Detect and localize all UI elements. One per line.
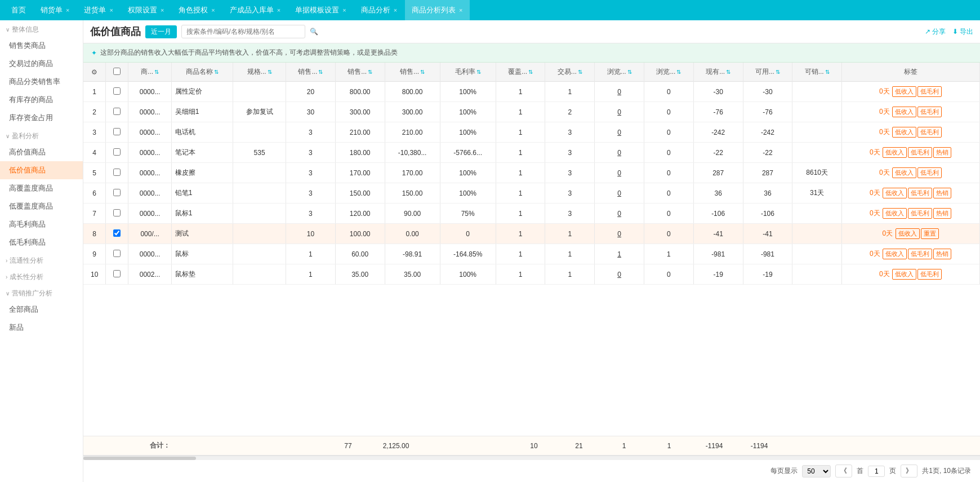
- col-gross-margin[interactable]: 毛利率⇅: [440, 63, 496, 82]
- scrollbar-thumb[interactable]: [83, 457, 196, 460]
- cell-browse1[interactable]: 0: [595, 143, 644, 163]
- nav-permission[interactable]: 权限设置×: [121, 0, 171, 20]
- sidebar-item-new-products[interactable]: 新品: [0, 319, 83, 337]
- export-button[interactable]: ⬇ 导出: [952, 27, 973, 37]
- sidebar-item-category-sales[interactable]: 商品分类销售率: [0, 73, 83, 91]
- col-coverage[interactable]: 覆盖...⇅: [496, 63, 545, 82]
- col-sale1[interactable]: 销售...⇅: [286, 63, 336, 82]
- nav-sales-order[interactable]: 销货单×: [34, 0, 76, 20]
- sidebar-item-low-margin[interactable]: 低毛利商品: [0, 233, 83, 251]
- row-checkbox[interactable]: [113, 229, 121, 237]
- nav-role-auth[interactable]: 角色授权×: [172, 0, 221, 20]
- cell-browse1[interactable]: 1: [595, 244, 644, 264]
- cell-sale3: 800.00: [385, 82, 440, 102]
- row-checkbox[interactable]: [113, 148, 121, 156]
- cell-current: 36: [693, 183, 743, 204]
- col-available[interactable]: 可用...⇅: [743, 63, 792, 82]
- nav-purchase-order[interactable]: 进货单×: [77, 0, 119, 20]
- col-sale2[interactable]: 销售...⇅: [335, 63, 385, 82]
- col-browse2[interactable]: 浏览...⇅: [644, 63, 694, 82]
- sidebar-item-sales-products[interactable]: 销售类商品: [0, 37, 83, 55]
- share-button[interactable]: ↗ 分享: [925, 27, 946, 37]
- sidebar-item-traded-products[interactable]: 交易过的商品: [0, 55, 83, 73]
- cell-browse1[interactable]: 0: [595, 82, 644, 102]
- time-filter-button[interactable]: 近一月: [145, 25, 177, 38]
- sidebar-group-circulation[interactable]: › 流通性分析: [0, 251, 83, 268]
- col-settings[interactable]: ⚙: [83, 63, 106, 82]
- sidebar-item-high-coverage[interactable]: 高覆盖度商品: [0, 179, 83, 197]
- cell-browse1[interactable]: 0: [595, 102, 644, 122]
- col-spec[interactable]: 规格...⇅: [233, 63, 286, 82]
- close-icon[interactable]: ×: [109, 7, 113, 14]
- nav-template-settings[interactable]: 单据模板设置×: [288, 0, 353, 20]
- nav-home[interactable]: 首页: [5, 0, 33, 20]
- search-icon[interactable]: 🔍: [310, 28, 318, 36]
- row-checkbox[interactable]: [113, 128, 121, 135]
- select-all-checkbox[interactable]: [113, 68, 121, 75]
- row-checkbox[interactable]: [113, 87, 121, 95]
- cell-checkbox[interactable]: [106, 183, 128, 204]
- cell-browse1[interactable]: 0: [595, 224, 644, 244]
- cell-checkbox[interactable]: [106, 143, 128, 163]
- cell-checkbox[interactable]: [106, 82, 128, 102]
- close-icon[interactable]: ×: [66, 7, 69, 14]
- cell-checkbox[interactable]: [106, 264, 128, 285]
- row-checkbox[interactable]: [113, 250, 121, 257]
- sidebar-group-overall[interactable]: ∨ 整体信息: [0, 20, 83, 37]
- page-size-select[interactable]: 50 100: [802, 465, 831, 477]
- data-table-container[interactable]: ⚙ 商...⇅ 商品名称⇅ 规格...⇅ 销售...⇅ 销售...⇅ 销售...…: [83, 63, 980, 436]
- col-checkbox[interactable]: [106, 63, 128, 82]
- close-icon[interactable]: ×: [161, 7, 164, 14]
- sidebar-item-stock-capital[interactable]: 库存资金占用: [0, 109, 83, 127]
- sidebar-item-high-value[interactable]: 高价值商品: [0, 143, 83, 161]
- close-icon[interactable]: ×: [394, 7, 397, 14]
- cell-checkbox[interactable]: [106, 224, 128, 244]
- nav-product-analysis[interactable]: 商品分析×: [354, 0, 404, 20]
- col-browse1[interactable]: 浏览...⇅: [595, 63, 644, 82]
- row-checkbox[interactable]: [113, 108, 121, 115]
- col-code[interactable]: 商...⇅: [128, 63, 172, 82]
- row-checkbox[interactable]: [113, 169, 121, 176]
- sidebar-group-marketing[interactable]: ∨ 营销推广分析: [0, 284, 83, 300]
- col-transaction[interactable]: 交易...⇅: [545, 63, 595, 82]
- tag-badge: 低毛利: [908, 249, 932, 259]
- cell-spec: [233, 264, 286, 285]
- cell-checkbox[interactable]: [106, 122, 128, 143]
- sidebar-item-low-coverage[interactable]: 低覆盖度商品: [0, 197, 83, 215]
- cell-sale3: 170.00: [385, 163, 440, 183]
- sidebar-item-low-value[interactable]: 低价值商品: [0, 161, 83, 179]
- nav-product-analysis-list[interactable]: 商品分析列表×: [405, 0, 469, 20]
- close-icon[interactable]: ×: [277, 7, 280, 14]
- search-input[interactable]: [181, 25, 305, 38]
- page-input[interactable]: [868, 466, 885, 477]
- cell-checkbox[interactable]: [106, 163, 128, 183]
- cell-browse1[interactable]: 0: [595, 122, 644, 143]
- close-icon[interactable]: ×: [459, 7, 462, 14]
- last-page-button[interactable]: 》: [901, 465, 917, 477]
- col-current[interactable]: 现有...⇅: [693, 63, 743, 82]
- cell-checkbox[interactable]: [106, 102, 128, 122]
- col-sale3[interactable]: 销售...⇅: [385, 63, 440, 82]
- nav-finished-goods[interactable]: 产成品入库单×: [223, 0, 287, 20]
- sidebar-group-growth[interactable]: › 成长性分析: [0, 268, 83, 284]
- row-checkbox[interactable]: [113, 270, 121, 277]
- cell-browse1[interactable]: 0: [595, 204, 644, 224]
- close-icon[interactable]: ×: [211, 7, 215, 14]
- col-name[interactable]: 商品名称⇅: [171, 63, 233, 82]
- cell-checkbox[interactable]: [106, 244, 128, 264]
- sidebar-item-all-products[interactable]: 全部商品: [0, 300, 83, 319]
- row-checkbox[interactable]: [113, 209, 121, 216]
- first-page-button[interactable]: 《: [835, 465, 852, 477]
- cell-checkbox[interactable]: [106, 204, 128, 224]
- col-saleable[interactable]: 可销...⇅: [792, 63, 842, 82]
- sidebar-item-stock-products[interactable]: 有库存的商品: [0, 91, 83, 109]
- cell-transaction: 1: [545, 264, 595, 285]
- row-checkbox[interactable]: [113, 189, 121, 196]
- sidebar-item-high-margin[interactable]: 高毛利商品: [0, 215, 83, 233]
- cell-browse1[interactable]: 0: [595, 163, 644, 183]
- close-icon[interactable]: ×: [342, 7, 346, 14]
- cell-browse1[interactable]: 0: [595, 183, 644, 204]
- sidebar-group-profit[interactable]: ∨ 盈利分析: [0, 127, 83, 143]
- horizontal-scrollbar[interactable]: [83, 456, 980, 460]
- cell-browse1[interactable]: 0: [595, 264, 644, 285]
